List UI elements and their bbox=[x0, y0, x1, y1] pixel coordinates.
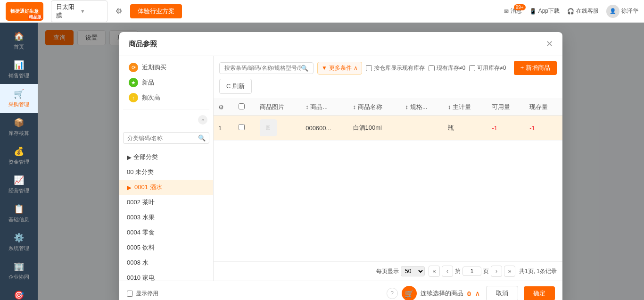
trial-button[interactable]: 体验行业方案 bbox=[130, 4, 182, 18]
more-filters-btn[interactable]: ▼ 更多条件 ∧ bbox=[317, 62, 362, 75]
sidebar-item-finance[interactable]: 💰 资金管理 bbox=[0, 142, 38, 170]
page-number-input[interactable] bbox=[462, 267, 481, 276]
category-label-0010: 0010 家电 bbox=[127, 274, 155, 281]
help-icon[interactable]: ? bbox=[387, 288, 398, 299]
col-image: 商品图片 bbox=[255, 99, 301, 116]
first-page-btn[interactable]: « bbox=[429, 266, 440, 277]
cell-unit: 瓶 bbox=[443, 116, 487, 141]
freq-label: 频次高 bbox=[142, 93, 160, 102]
sidebar-item-sales[interactable]: 📊 销售管理 bbox=[0, 55, 38, 84]
available-filter-label[interactable]: 现有库存≠0 bbox=[429, 64, 465, 72]
category-label-0003: 0003 水果 bbox=[127, 213, 155, 222]
branch-selector[interactable]: 日太阳膜 ▾ bbox=[51, 0, 107, 22]
filter-label: 更多条件 bbox=[329, 64, 352, 72]
category-label-0001: 0001 酒水 bbox=[134, 183, 162, 192]
operations-icon: 📈 bbox=[14, 175, 24, 185]
usable-filter-checkbox[interactable] bbox=[469, 65, 475, 71]
category-item-0002[interactable]: 0002 茶叶 bbox=[119, 195, 213, 210]
sidebar-label-operations: 经营管理 bbox=[8, 187, 29, 194]
home-icon: 🏠 bbox=[14, 31, 24, 42]
product-search-input[interactable] bbox=[224, 65, 301, 71]
category-search-box: 🔍 bbox=[123, 132, 209, 144]
cart-icon-btn[interactable]: 🛒 bbox=[402, 286, 417, 300]
sales-icon: 📊 bbox=[14, 60, 24, 70]
prev-page-btn[interactable]: ‹ bbox=[442, 266, 453, 277]
search-icon[interactable]: 🔍 bbox=[301, 65, 308, 72]
category-label-0008: 0008 水 bbox=[127, 258, 149, 267]
cancel-button[interactable]: 取消 bbox=[486, 286, 518, 300]
add-product-btn[interactable]: + 新增商品 bbox=[514, 61, 557, 75]
basic-icon: 📋 bbox=[14, 204, 24, 214]
col-settings[interactable]: ⚙ bbox=[214, 99, 234, 116]
app-download-btn[interactable]: 📱 App下载 bbox=[529, 7, 560, 15]
sidebar-item-guide[interactable]: 🎯 新手引导 bbox=[0, 285, 38, 300]
col-spec[interactable]: ↕ 规格... bbox=[401, 99, 444, 116]
filter-icon: ▼ bbox=[322, 65, 327, 71]
sidebar-label-sales: 销售管理 bbox=[8, 72, 29, 79]
category-item-0005[interactable]: 0005 饮料 bbox=[119, 240, 213, 255]
cell-seq: 1 bbox=[214, 116, 234, 141]
quick-filter-new[interactable]: ★ 新品 bbox=[123, 75, 209, 90]
headset-icon: 🎧 bbox=[567, 8, 574, 15]
sidebar-item-home[interactable]: 🏠 首页 bbox=[0, 26, 38, 55]
warehouse-filter-label[interactable]: 按仓库显示现有库存 bbox=[366, 64, 425, 72]
page-size-select[interactable]: 50 10 20 100 bbox=[401, 266, 425, 276]
category-item-0003[interactable]: 0003 水果 bbox=[119, 210, 213, 225]
category-item-0001[interactable]: ▶ 0001 酒水 bbox=[119, 180, 213, 195]
category-search-input[interactable] bbox=[127, 135, 198, 142]
next-page-btn[interactable]: › bbox=[491, 266, 502, 277]
category-item-all[interactable]: ▶ 全部分类 bbox=[119, 150, 213, 165]
sidebar-item-purchase[interactable]: 🛒 采购管理 bbox=[0, 84, 38, 113]
logo-badge: 精品版 bbox=[28, 15, 42, 20]
settings-icon[interactable]: ⚙ bbox=[111, 4, 126, 19]
chevron-down-icon: ▾ bbox=[81, 8, 102, 15]
usable-filter-label[interactable]: 可用库存≠0 bbox=[469, 64, 506, 72]
freq-icon: ↑ bbox=[129, 93, 138, 102]
col-name[interactable]: ↕ 商品名称 bbox=[348, 99, 401, 116]
online-service-btn[interactable]: 🎧 在线客服 bbox=[567, 7, 599, 15]
product-table-container: ⚙ 商品图片 ↕ 商品... ↕ 商品名称 ↕ 规格... ↕ 主计量 可用量 bbox=[214, 99, 562, 261]
select-all-checkbox[interactable] bbox=[239, 103, 245, 109]
show-disabled-label[interactable]: 显示停用 bbox=[127, 290, 158, 298]
quick-filter-recent[interactable]: ⟳ 近期购买 bbox=[123, 60, 209, 75]
last-page-btn[interactable]: » bbox=[504, 266, 515, 277]
col-unit[interactable]: ↕ 主计量 bbox=[443, 99, 487, 116]
sidebar-label-basic: 基础信息 bbox=[8, 216, 29, 223]
sidebar-item-basic[interactable]: 📋 基础信息 bbox=[0, 199, 38, 228]
collapse-panel-btn[interactable]: « bbox=[198, 115, 207, 125]
content-area: 查询 设置 刷新 商品参照 ✕ bbox=[38, 23, 644, 300]
filter-arrow-up-icon: ∧ bbox=[354, 65, 358, 71]
available-filter-checkbox[interactable] bbox=[429, 65, 435, 71]
col-code[interactable]: ↕ 商品... bbox=[301, 99, 348, 116]
warehouse-filter-checkbox[interactable] bbox=[366, 65, 372, 71]
col-checkbox[interactable] bbox=[234, 99, 255, 116]
category-label-all: 全部分类 bbox=[133, 153, 158, 161]
new-icon: ★ bbox=[129, 78, 138, 87]
cart-area: ? 🛒 连续选择的商品 0 ∧ bbox=[387, 286, 480, 300]
show-disabled-checkbox[interactable] bbox=[127, 291, 133, 297]
category-item-0008[interactable]: 0008 水 bbox=[119, 255, 213, 270]
cell-image: 图 bbox=[255, 116, 301, 141]
category-search-icon[interactable]: 🔍 bbox=[198, 134, 206, 142]
quick-filter-freq[interactable]: ↑ 频次高 bbox=[123, 90, 209, 105]
cell-checkbox[interactable] bbox=[234, 116, 255, 141]
product-table: ⚙ 商品图片 ↕ 商品... ↕ 商品名称 ↕ 规格... ↕ 主计量 可用量 bbox=[214, 99, 562, 141]
notifications-btn[interactable]: ✉ 消息 99+ bbox=[504, 7, 522, 15]
cart-label: 连续选择的商品 bbox=[421, 289, 463, 298]
modal-close-icon[interactable]: ✕ bbox=[546, 39, 553, 49]
sidebar-item-system[interactable]: ⚙️ 系统管理 bbox=[0, 228, 38, 257]
new-label: 新品 bbox=[142, 78, 154, 87]
recent-label: 近期购买 bbox=[142, 63, 166, 72]
sidebar-item-enterprise[interactable]: 🏢 企业协同 bbox=[0, 257, 38, 285]
user-profile-btn[interactable]: 👤 徐泽华 bbox=[606, 5, 638, 18]
table-row[interactable]: 1 图 000600... 白酒100ml 瓶 bbox=[214, 116, 562, 141]
confirm-button[interactable]: 确定 bbox=[524, 286, 555, 300]
refresh-btn[interactable]: C 刷新 bbox=[219, 79, 252, 94]
row-checkbox[interactable] bbox=[239, 124, 245, 130]
category-item-0010[interactable]: 0010 家电 bbox=[119, 270, 213, 281]
cart-collapse-icon[interactable]: ∧ bbox=[475, 289, 480, 298]
sidebar-item-operations[interactable]: 📈 经营管理 bbox=[0, 170, 38, 199]
category-item-00[interactable]: 00 未分类 bbox=[119, 165, 213, 180]
sidebar-item-inventory[interactable]: 📦 库存核算 bbox=[0, 113, 38, 142]
category-item-0004[interactable]: 0004 零食 bbox=[119, 225, 213, 240]
